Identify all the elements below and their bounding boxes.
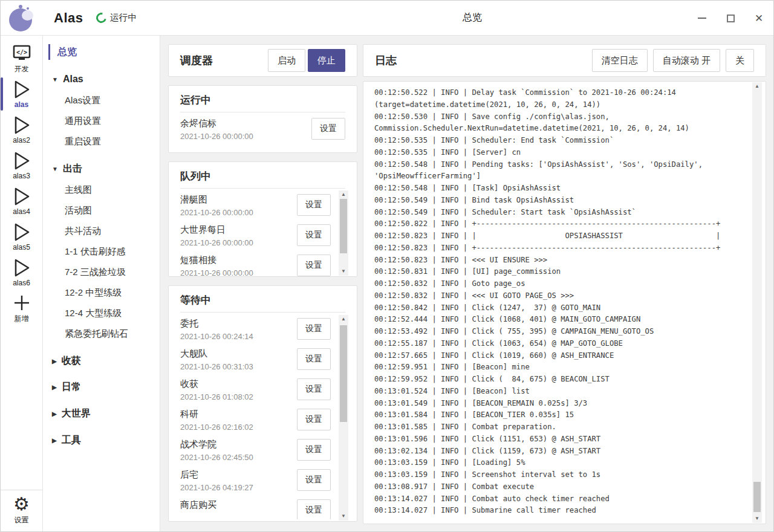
play-icon	[13, 151, 31, 171]
start-button[interactable]: 启动	[268, 49, 305, 72]
task-next-run-time: 2021-10-26 00:00:00	[180, 208, 297, 218]
log-off-button[interactable]: 关	[726, 49, 754, 72]
scrollbar-thumb[interactable]	[340, 199, 347, 253]
nav-group-收获[interactable]: ▶收获	[43, 350, 160, 372]
task-name: 商店购买	[180, 499, 297, 511]
task-setting-button[interactable]: 设置	[297, 224, 331, 246]
task-setting-button[interactable]: 设置	[311, 118, 345, 140]
log-line: 00:12:50.548 | INFO | [Task] OpsiAshAssi…	[374, 183, 747, 195]
log-line: 00:12:50.832 | INFO | <<< UI GOTO PAGE_O…	[374, 290, 747, 302]
pending-scrollbar[interactable]: ▲ ▼	[339, 190, 348, 276]
rail-item-label: 开发	[15, 64, 29, 74]
task-setting-button[interactable]: 设置	[297, 194, 331, 216]
rail-item-alas[interactable]: alas	[1, 76, 43, 112]
scroll-down-icon[interactable]: ▼	[752, 514, 762, 523]
log-line: 00:13:01.549 | INFO | [BEACON_REMAIN 0.0…	[374, 398, 747, 410]
scroll-down-icon[interactable]: ▼	[339, 512, 348, 521]
task-name: 余烬信标	[180, 117, 311, 129]
chevron-right-icon: ▶	[52, 384, 57, 391]
task-setting-button[interactable]: 设置	[297, 255, 331, 276]
nav-group-出击[interactable]: ▼出击	[43, 158, 160, 180]
nav-group-工具[interactable]: ▶工具	[43, 429, 160, 452]
scroll-up-icon[interactable]: ▲	[339, 315, 348, 323]
plus-icon	[13, 293, 30, 313]
scroll-up-icon[interactable]: ▲	[752, 82, 762, 91]
nav-group-label: 大世界	[62, 407, 91, 420]
autoscroll-toggle-button[interactable]: 自动滚动 开	[653, 49, 720, 72]
rail-item-label: alas3	[13, 172, 30, 180]
app-name: Alas	[54, 10, 83, 26]
log-line: 00:13:08.917 | INFO | Combat execute	[374, 481, 747, 493]
task-next-run-time: 2021-10-26 00:00:00	[180, 132, 311, 141]
rail-item-add[interactable]: 新增	[1, 290, 43, 326]
minimize-button[interactable]	[697, 13, 707, 23]
log-scrollbar[interactable]: ▲ ▼	[752, 82, 762, 523]
log-line: 'OpsiMeowfficerFarming']	[374, 170, 747, 183]
rail-item-alas6[interactable]: alas6	[1, 255, 43, 290]
log-line: 00:12:59.952 | INFO | Click ( 84, 675) @…	[374, 374, 747, 386]
task-info: 大世界每日2021-10-26 00:00:00	[180, 222, 297, 252]
task-setting-button[interactable]: 设置	[297, 318, 331, 340]
rail-item-alas4[interactable]: alas4	[1, 183, 43, 219]
rail-item-label: alas	[15, 100, 28, 109]
task-setting-button[interactable]: 设置	[297, 409, 331, 430]
rail-item-dev[interactable]: </>开发	[1, 41, 43, 76]
nav-item-Alas设置[interactable]: Alas设置	[43, 90, 160, 111]
task-setting-button[interactable]: 设置	[297, 439, 331, 461]
chevron-right-icon: ▶	[52, 437, 57, 444]
play-icon	[13, 186, 31, 207]
close-button[interactable]: ✕	[754, 13, 764, 23]
nav-item-主线图[interactable]: 主线图	[43, 180, 160, 200]
task-next-run-time: 2021-10-26 00:00:00	[180, 268, 297, 276]
task-setting-button[interactable]: 设置	[297, 378, 331, 400]
stop-button[interactable]: 停止	[308, 49, 345, 72]
task-info: 科研2021-10-26 02:16:02	[180, 406, 297, 436]
rail-item-alas3[interactable]: alas3	[1, 148, 43, 183]
nav-item-12-2 中型练级[interactable]: 12-2 中型练级	[43, 282, 160, 303]
task-row: 大世界每日2021-10-26 00:00:00设置	[180, 222, 345, 252]
log-line: (target=datetime.datetime(2021, 10, 26, …	[374, 99, 747, 111]
task-setting-button[interactable]: 设置	[297, 469, 331, 491]
nav-item-12-4 大型练级[interactable]: 12-4 大型练级	[43, 303, 160, 323]
nav-item-overview[interactable]: 总览	[43, 42, 160, 62]
scroll-down-icon[interactable]: ▼	[339, 267, 348, 276]
svg-text:</>: </>	[16, 48, 27, 55]
nav-item-1-1 伏击刷好感[interactable]: 1-1 伏击刷好感	[43, 241, 160, 262]
clear-log-button[interactable]: 清空日志	[592, 49, 648, 72]
nav-group-label: 工具	[62, 434, 81, 447]
task-name: 潜艇图	[180, 193, 297, 206]
task-info: 战术学院2021-10-26 02:45:50	[180, 436, 297, 467]
log-line: 00:12:50.548 | INFO | Pending tasks: ['O…	[374, 159, 747, 171]
rail-item-settings[interactable]: ⚙ 设置	[1, 490, 43, 525]
log-line: 00:12:50.831 | INFO | [UI] page_commissi…	[374, 266, 747, 278]
task-row: 后宅2021-10-26 04:19:27设置	[180, 467, 345, 497]
scroll-up-icon[interactable]: ▲	[339, 190, 348, 199]
scrollbar-thumb[interactable]	[753, 482, 761, 512]
rail-item-alas2[interactable]: alas2	[1, 112, 43, 148]
task-name: 大世界每日	[180, 224, 297, 236]
log-lines: 00:12:50.522 | INFO | Delay task `Commis…	[374, 87, 747, 517]
task-row: 委托2021-10-26 00:24:14设置	[180, 316, 345, 346]
nav-item-共斗活动[interactable]: 共斗活动	[43, 221, 160, 241]
nav-item-7-2 三战捡垃圾[interactable]: 7-2 三战捡垃圾	[43, 262, 160, 282]
scheduler-status: 运行中	[96, 12, 137, 24]
log-header-card: 日志 清空日志 自动滚动 开 关	[363, 44, 766, 77]
nav-item-重启设置[interactable]: 重启设置	[43, 131, 160, 152]
maximize-button[interactable]	[726, 13, 735, 23]
scheduler-card: 调度器 启动 停止	[168, 44, 357, 77]
task-setting-button[interactable]: 设置	[297, 499, 331, 519]
nav-item-活动图[interactable]: 活动图	[43, 200, 160, 221]
close-icon: ✕	[755, 13, 763, 24]
nav-group-大世界[interactable]: ▶大世界	[43, 402, 160, 425]
log-line: 00:12:57.665 | INFO | Click (1019, 660) …	[374, 350, 747, 362]
scrollbar-thumb[interactable]	[340, 325, 347, 422]
task-setting-button[interactable]: 设置	[297, 348, 331, 370]
rail-item-alas5[interactable]: alas5	[1, 219, 43, 255]
nav-group-Alas[interactable]: ▼Alas	[43, 68, 160, 90]
waiting-scrollbar[interactable]: ▲ ▼	[339, 315, 348, 521]
log-line: 00:13:01.596 | INFO | Click (1151, 653) …	[374, 433, 747, 446]
nav-item-紧急委托刷钻石[interactable]: 紧急委托刷钻石	[43, 323, 160, 344]
play-icon	[13, 79, 31, 100]
nav-group-日常[interactable]: ▶日常	[43, 375, 160, 398]
nav-item-通用设置[interactable]: 通用设置	[43, 111, 160, 131]
